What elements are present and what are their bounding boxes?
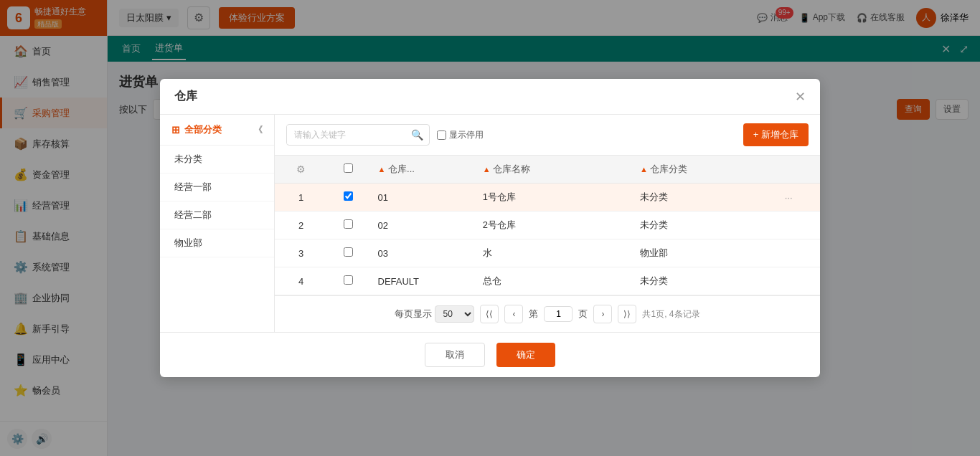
pagination-bar: 每页显示 50 10 20 100 ⟨⟨ ‹ 第 页 › ⟩⟩: [275, 295, 820, 332]
page-suffix: 页: [578, 308, 588, 320]
first-page-btn[interactable]: ⟨⟨: [480, 305, 499, 323]
cell-checkbox[interactable]: [327, 184, 369, 212]
table-panel: 🔍 显示停用 + 新增仓库 ⚙: [275, 115, 820, 332]
sort-icon[interactable]: ▲: [378, 165, 386, 174]
cell-code: 03: [369, 239, 474, 267]
row-more-btn[interactable]: ···: [785, 192, 793, 203]
cancel-btn[interactable]: 取消: [425, 343, 485, 367]
show-disabled-label: 显示停用: [449, 129, 484, 141]
row-checkbox[interactable]: [344, 191, 353, 201]
select-all-checkbox[interactable]: [344, 163, 353, 173]
search-icon[interactable]: 🔍: [405, 125, 429, 145]
cell-category: 未分类: [631, 184, 757, 212]
page-input[interactable]: [544, 306, 573, 322]
cell-action: [757, 212, 820, 239]
prev-page-btn[interactable]: ‹: [504, 305, 523, 323]
table-row[interactable]: 3 03 水 物业部: [275, 239, 820, 267]
cell-seq: 4: [275, 267, 327, 295]
modal-overlay: 仓库 ✕ ⊞ 全部分类 《 未分类 经营一部 经营二部 物业部: [0, 0, 980, 456]
category-item-dept1[interactable]: 经营一部: [160, 174, 274, 201]
cell-category: 未分类: [631, 267, 757, 295]
table-row[interactable]: 4 DEFAULT 总仓 未分类: [275, 267, 820, 295]
page-size-select: 每页显示 50 10 20 100: [395, 305, 474, 323]
category-panel: ⊞ 全部分类 《 未分类 经营一部 经营二部 物业部: [160, 115, 275, 332]
cell-action: ···: [757, 184, 820, 212]
th-code: ▲ 仓库...: [369, 156, 474, 184]
category-all-label: 全部分类: [184, 123, 222, 136]
cell-action: [757, 267, 820, 295]
th-action: [757, 156, 820, 184]
confirm-btn[interactable]: 确定: [496, 343, 555, 367]
cell-checkbox[interactable]: [327, 239, 369, 267]
page-prefix: 第: [529, 308, 538, 320]
dialog-close-btn[interactable]: ✕: [795, 90, 806, 103]
category-item-unclassified[interactable]: 未分类: [160, 146, 274, 174]
show-disabled-wrap: 显示停用: [437, 129, 484, 141]
th-settings-icon[interactable]: ⚙: [296, 163, 306, 175]
category-item-dept2[interactable]: 经营二部: [160, 201, 274, 229]
cell-action: [757, 239, 820, 267]
table-row[interactable]: 1 01 1号仓库 未分类 ···: [275, 184, 820, 212]
category-header: ⊞ 全部分类 《: [160, 115, 274, 146]
search-input[interactable]: [287, 125, 405, 144]
add-warehouse-btn[interactable]: + 新增仓库: [743, 123, 809, 146]
warehouse-dialog: 仓库 ✕ ⊞ 全部分类 《 未分类 经营一部 经营二部 物业部: [160, 79, 820, 377]
cell-checkbox[interactable]: [327, 212, 369, 239]
table-row[interactable]: 2 02 2号仓库 未分类: [275, 212, 820, 239]
total-info: 共1页, 4条记录: [642, 308, 699, 320]
grid-icon: ⊞: [171, 124, 180, 136]
cell-code: DEFAULT: [369, 267, 474, 295]
row-checkbox[interactable]: [344, 219, 353, 229]
th-category-label: 仓库分类: [650, 163, 687, 174]
next-page-btn[interactable]: ›: [593, 305, 612, 323]
sort-icon3[interactable]: ▲: [640, 165, 648, 174]
table-header-row: ⚙ ▲ 仓库... ▲: [275, 156, 820, 184]
table-toolbar: 🔍 显示停用 + 新增仓库: [275, 115, 820, 156]
last-page-btn[interactable]: ⟩⟩: [618, 305, 636, 323]
warehouse-table: ⚙ ▲ 仓库... ▲: [275, 156, 820, 295]
th-category: ▲ 仓库分类: [631, 156, 757, 184]
cell-seq: 2: [275, 212, 327, 239]
dialog-title: 仓库: [174, 89, 197, 104]
row-checkbox[interactable]: [344, 247, 353, 257]
th-code-label: 仓库...: [388, 163, 415, 174]
dialog-footer: 取消 确定: [160, 332, 820, 377]
per-page-dropdown[interactable]: 50 10 20 100: [435, 305, 474, 323]
cell-seq: 3: [275, 239, 327, 267]
row-checkbox[interactable]: [344, 275, 353, 285]
cell-name: 水: [474, 239, 631, 267]
dialog-header: 仓库 ✕: [160, 79, 820, 115]
cell-name: 1号仓库: [474, 184, 631, 212]
search-input-wrap: 🔍: [286, 124, 430, 146]
sort-icon2[interactable]: ▲: [483, 165, 491, 174]
th-checkbox: [327, 156, 369, 184]
th-name-label: 仓库名称: [493, 163, 530, 174]
cell-category: 未分类: [631, 212, 757, 239]
cell-name: 总仓: [474, 267, 631, 295]
cell-name: 2号仓库: [474, 212, 631, 239]
cell-checkbox[interactable]: [327, 267, 369, 295]
cell-category: 物业部: [631, 239, 757, 267]
dialog-body: ⊞ 全部分类 《 未分类 经营一部 经营二部 物业部 🔍: [160, 115, 820, 332]
cell-code: 02: [369, 212, 474, 239]
per-page-label: 每页显示: [395, 308, 432, 320]
cell-code: 01: [369, 184, 474, 212]
category-collapse-btn[interactable]: 《: [254, 124, 263, 136]
show-disabled-checkbox[interactable]: [437, 130, 446, 140]
category-item-property[interactable]: 物业部: [160, 229, 274, 257]
th-name: ▲ 仓库名称: [474, 156, 631, 184]
th-settings: ⚙: [275, 156, 327, 184]
cell-seq: 1: [275, 184, 327, 212]
